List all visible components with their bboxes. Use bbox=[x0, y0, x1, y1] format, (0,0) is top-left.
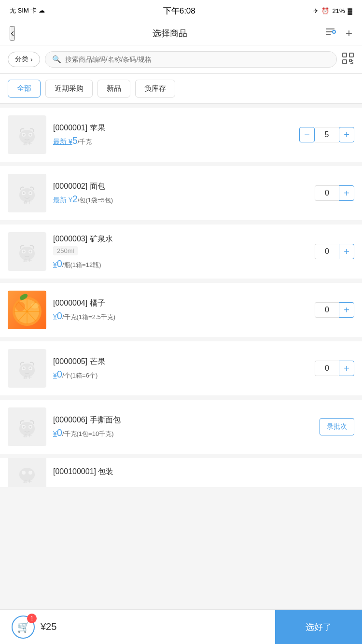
increase-button[interactable]: + bbox=[339, 185, 354, 201]
svg-rect-7 bbox=[349, 60, 351, 62]
price-line: ¥ 0 /千克(1包=10千克) bbox=[53, 427, 313, 438]
nav-right-actions: + bbox=[324, 27, 352, 40]
svg-point-27 bbox=[29, 251, 31, 252]
confirm-button[interactable]: 选好了 bbox=[275, 610, 362, 644]
scan-icon[interactable] bbox=[342, 52, 354, 67]
tab-all[interactable]: 全部 bbox=[8, 80, 41, 98]
bottom-spacer bbox=[0, 487, 362, 526]
location-icon: ✈ bbox=[313, 7, 319, 14]
search-input[interactable] bbox=[65, 56, 330, 63]
separator bbox=[0, 221, 362, 224]
svg-point-3 bbox=[333, 30, 335, 33]
product-info-tornbread: [0000006] 手撕面包 ¥ 0 /千克(1包=10千克) bbox=[53, 415, 313, 438]
svg-text:睿十: 睿十 bbox=[23, 434, 32, 437]
add-icon[interactable]: + bbox=[346, 27, 352, 40]
filter-row: 分类 › 🔍 bbox=[0, 45, 362, 74]
status-bar: 无 SIM 卡 ☁ 下午6:08 ✈ ⏰ 21% ▓ bbox=[0, 0, 362, 21]
tab-negative[interactable]: 负库存 bbox=[135, 80, 175, 98]
product-item: 睿十 [0000003] 矿泉水 250ml ¥ 0 /瓶(1箱=12瓶) 0 … bbox=[0, 224, 362, 279]
category-label: 分类 bbox=[15, 55, 28, 64]
cart-icon-wrap[interactable]: 🛒 1 bbox=[12, 616, 35, 639]
price-prefix: 最新 ¥ bbox=[53, 196, 72, 205]
increase-button[interactable]: + bbox=[339, 302, 354, 318]
svg-text:睿十: 睿十 bbox=[23, 141, 32, 145]
quantity-control-orange: 0 + bbox=[315, 302, 354, 318]
price-line: 最新 ¥ 2 /包(1袋=5包) bbox=[53, 194, 308, 205]
cart-icon: 🛒 bbox=[17, 621, 30, 633]
price-number: 0 bbox=[57, 427, 62, 438]
product-item: 睿十 [0000002] 面包 最新 ¥ 2 /包(1袋=5包) 0 + bbox=[0, 166, 362, 220]
decrease-button[interactable]: − bbox=[299, 127, 315, 142]
product-image-orange bbox=[8, 291, 46, 329]
increase-button[interactable]: + bbox=[339, 127, 354, 142]
product-item: 睿十 [0000005] 芒果 ¥ 0 /个(1箱=6个) 0 + bbox=[0, 341, 362, 395]
product-item: [0000004] 橘子 ¥ 0 /千克(1箱=2.5千克) 0 + bbox=[0, 283, 362, 337]
price-line: 最新 ¥ 5 /千克 bbox=[53, 135, 292, 146]
quantity-display: 0 bbox=[315, 185, 339, 201]
price-number: 5 bbox=[72, 135, 78, 146]
filter-icon[interactable] bbox=[324, 27, 336, 40]
status-right: ✈ ⏰ 21% ▓ bbox=[313, 7, 352, 14]
svg-point-51 bbox=[22, 471, 26, 475]
quantity-control-apple: − + bbox=[299, 127, 354, 142]
price-suffix: /千克(1包=10千克) bbox=[62, 430, 114, 438]
quantity-control-water: 0 + bbox=[315, 244, 354, 259]
product-image-mango: 睿十 bbox=[8, 349, 46, 388]
price-prefix: ¥ bbox=[53, 313, 57, 321]
quantity-control-mango: 0 + bbox=[315, 361, 354, 376]
product-image-water: 睿十 bbox=[8, 232, 46, 271]
placeholder-icon: 睿十 bbox=[8, 349, 46, 388]
price-prefix: ¥ bbox=[53, 371, 57, 379]
product-info-mango: [0000005] 芒果 ¥ 0 /个(1箱=6个) bbox=[53, 357, 308, 380]
product-info-water: [0000003] 矿泉水 250ml ¥ 0 /瓶(1箱=12瓶) bbox=[53, 234, 308, 269]
back-button[interactable]: ‹ bbox=[10, 26, 15, 41]
svg-point-15 bbox=[29, 134, 31, 136]
sim-label: 无 SIM 卡 ☁ bbox=[10, 6, 45, 15]
svg-point-42 bbox=[29, 367, 31, 369]
tab-recent[interactable]: 近期采购 bbox=[45, 80, 93, 98]
product-image-tornbread: 睿十 bbox=[8, 407, 46, 446]
search-wrap: 🔍 bbox=[45, 51, 337, 68]
cart-total: ¥25 bbox=[41, 621, 56, 632]
increase-button[interactable]: + bbox=[339, 244, 354, 259]
record-batch-button[interactable]: 录批次 bbox=[320, 418, 354, 435]
svg-text:睿十: 睿十 bbox=[23, 258, 32, 262]
quantity-control-bread: 0 + bbox=[315, 185, 354, 201]
product-name: [0000003] 矿泉水 bbox=[53, 234, 308, 244]
svg-rect-9 bbox=[352, 62, 353, 64]
product-name: [0000004] 橘子 bbox=[53, 298, 308, 308]
price-prefix: ¥ bbox=[53, 261, 57, 268]
svg-rect-8 bbox=[352, 60, 353, 61]
separator bbox=[0, 337, 362, 341]
placeholder-icon: 睿十 bbox=[8, 458, 46, 487]
quantity-display: 0 bbox=[315, 361, 339, 376]
orange-fruit-image bbox=[8, 291, 46, 329]
quantity-input[interactable] bbox=[315, 127, 339, 142]
price-number: 2 bbox=[72, 194, 78, 205]
price-suffix: /千克 bbox=[78, 138, 92, 146]
price-number: 0 bbox=[57, 310, 62, 322]
svg-point-37 bbox=[15, 302, 25, 311]
product-name: [0000002] 面包 bbox=[53, 182, 308, 192]
separator bbox=[0, 279, 362, 283]
price-suffix: /包(1袋=5包) bbox=[78, 196, 113, 205]
svg-point-47 bbox=[23, 426, 25, 428]
svg-point-52 bbox=[28, 471, 32, 475]
product-image-bread: 睿十 bbox=[8, 174, 46, 212]
product-item: 睿十 [0000001] 苹果 最新 ¥ 5 /千克 − + bbox=[0, 108, 362, 162]
price-line: ¥ 0 /瓶(1箱=12瓶) bbox=[53, 258, 308, 269]
tab-new[interactable]: 新品 bbox=[97, 80, 130, 98]
separator bbox=[0, 104, 362, 108]
svg-text:睿十: 睿十 bbox=[23, 200, 32, 204]
category-button[interactable]: 分类 › bbox=[8, 52, 40, 67]
status-left: 无 SIM 卡 ☁ bbox=[10, 6, 45, 15]
increase-button[interactable]: + bbox=[339, 361, 354, 376]
category-chevron: › bbox=[30, 56, 33, 63]
cart-section: 🛒 1 ¥25 bbox=[0, 616, 275, 639]
svg-rect-6 bbox=[343, 60, 347, 64]
price-suffix: /千克(1箱=2.5千克) bbox=[62, 313, 115, 322]
product-item: 睿十 [0000006] 手撕面包 ¥ 0 /千克(1包=10千克) 录批次 bbox=[0, 400, 362, 454]
product-info-orange: [0000004] 橘子 ¥ 0 /千克(1箱=2.5千克) bbox=[53, 298, 308, 322]
price-suffix: /个(1箱=6个) bbox=[62, 371, 97, 380]
product-image-partial: 睿十 bbox=[8, 458, 46, 487]
